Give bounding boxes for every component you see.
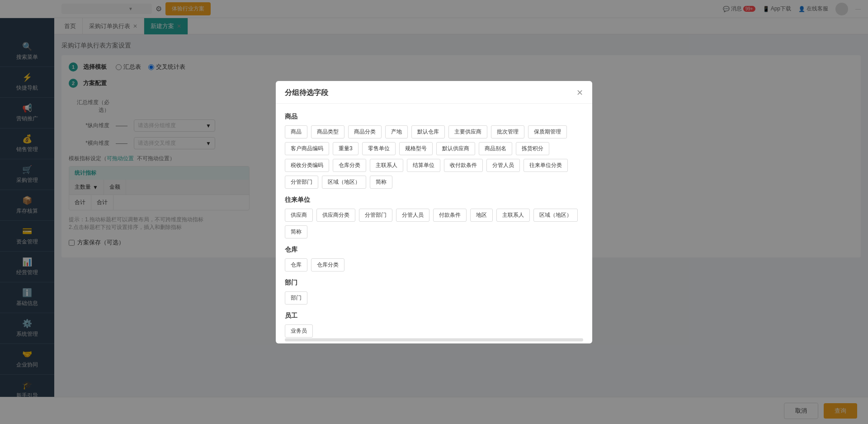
- field-tag[interactable]: 供应商: [285, 209, 313, 222]
- field-tag[interactable]: 分管人员: [396, 209, 429, 222]
- field-tag[interactable]: 默认供应商: [436, 142, 475, 155]
- modal-body[interactable]: 商品 商品 商品类型 商品分类 产地 默认仓库 主要供应商 批次管理 保质期管理…: [276, 104, 592, 338]
- section-title-warehouse: 仓库: [285, 246, 583, 254]
- field-tag[interactable]: 往来单位分类: [524, 159, 568, 172]
- field-select-modal: 分组待选字段 ✕ 商品 商品 商品类型 商品分类 产地 默认仓库 主要供应商 批…: [276, 81, 592, 343]
- field-tag[interactable]: 规格型号: [399, 142, 433, 155]
- field-grid-product: 商品 商品类型 商品分类 产地 默认仓库 主要供应商 批次管理 保质期管理 客户…: [285, 125, 583, 189]
- field-tag[interactable]: 供应商分类: [316, 209, 355, 222]
- field-tag[interactable]: 重量3: [333, 142, 359, 155]
- field-tag[interactable]: 商品类型: [311, 125, 344, 138]
- field-tag[interactable]: 商品分类: [348, 125, 382, 138]
- field-grid-dept: 部门: [285, 291, 583, 305]
- field-tag[interactable]: 零售单位: [362, 142, 396, 155]
- field-tag[interactable]: 分管部门: [359, 209, 392, 222]
- field-tag[interactable]: 主联系人: [496, 209, 530, 222]
- hscroll-track: [285, 338, 583, 342]
- field-tag[interactable]: 商品: [285, 125, 307, 138]
- modal-header: 分组待选字段 ✕: [276, 81, 592, 104]
- field-grid-employee: 业务员: [285, 324, 583, 338]
- section-title-product: 商品: [285, 113, 583, 121]
- field-tag[interactable]: 税收分类编码: [285, 159, 329, 172]
- field-tag[interactable]: 仓库: [285, 258, 307, 272]
- modal-title: 分组待选字段: [285, 88, 328, 98]
- modal-overlay: 分组待选字段 ✕ 商品 商品 商品类型 商品分类 产地 默认仓库 主要供应商 批…: [0, 0, 868, 424]
- field-tag[interactable]: 主要供应商: [448, 125, 487, 138]
- modal-close-button[interactable]: ✕: [576, 89, 583, 97]
- section-title-employee: 员工: [285, 312, 583, 320]
- field-tag[interactable]: 客户商品编码: [285, 142, 329, 155]
- field-tag[interactable]: 仓库分类: [311, 258, 344, 272]
- field-tag[interactable]: 付款条件: [433, 209, 467, 222]
- field-tag[interactable]: 部门: [285, 291, 307, 305]
- section-title-dept: 部门: [285, 279, 583, 287]
- field-grid-partner: 供应商 供应商分类 分管部门 分管人员 付款条件 地区 主联系人 区域（地区） …: [285, 209, 583, 238]
- field-grid-warehouse: 仓库 仓库分类: [285, 258, 583, 272]
- hscroll-thumb: [285, 338, 583, 341]
- field-tag[interactable]: 默认仓库: [411, 125, 445, 138]
- field-tag[interactable]: 主联系人: [370, 159, 403, 172]
- modal-hscroll: [276, 338, 592, 343]
- section-title-partner: 往来单位: [285, 196, 583, 204]
- field-tag[interactable]: 分管部门: [285, 176, 318, 189]
- field-tag[interactable]: 分管人员: [486, 159, 520, 172]
- field-tag[interactable]: 结算单位: [407, 159, 440, 172]
- field-tag[interactable]: 收付款条件: [444, 159, 483, 172]
- field-tag[interactable]: 拣货积分: [516, 142, 549, 155]
- field-tag[interactable]: 仓库分类: [333, 159, 366, 172]
- field-tag[interactable]: 商品别名: [479, 142, 512, 155]
- field-tag[interactable]: 区域（地区）: [533, 209, 578, 222]
- field-tag[interactable]: 简称: [285, 225, 307, 238]
- field-tag[interactable]: 简称: [370, 176, 392, 189]
- field-tag[interactable]: 保质期管理: [528, 125, 567, 138]
- field-tag[interactable]: 业务员: [285, 324, 313, 338]
- field-tag[interactable]: 地区: [470, 209, 493, 222]
- field-tag[interactable]: 产地: [385, 125, 408, 138]
- field-tag[interactable]: 批次管理: [491, 125, 524, 138]
- field-tag[interactable]: 区域（地区）: [322, 176, 366, 189]
